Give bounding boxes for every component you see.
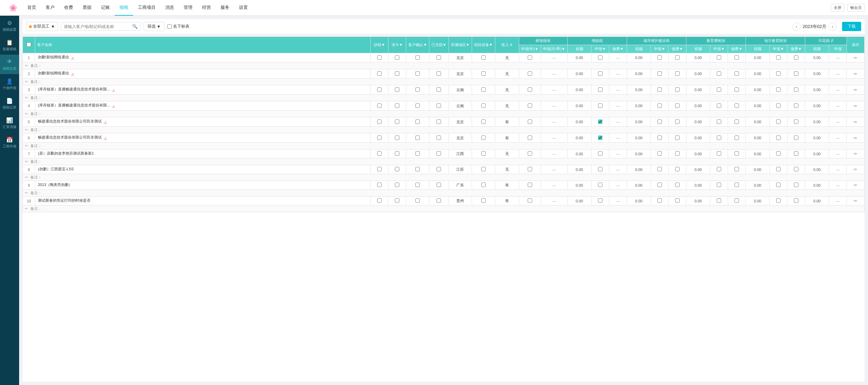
device-checkbox[interactable] bbox=[481, 198, 486, 203]
nav-item-settings[interactable]: 设置 bbox=[234, 0, 253, 16]
declared-checkbox[interactable] bbox=[437, 103, 441, 108]
device-checkbox[interactable] bbox=[481, 183, 486, 187]
sidebar-item-tax-records[interactable]: 📄 报税记录 bbox=[0, 94, 19, 113]
local-edu-declare-checkbox[interactable] bbox=[776, 151, 781, 156]
clear-card-checkbox[interactable] bbox=[395, 103, 399, 108]
edu-pay-checkbox[interactable] bbox=[735, 119, 739, 124]
edu-declare-checkbox[interactable] bbox=[717, 198, 721, 203]
edu-declare-checkbox[interactable] bbox=[717, 71, 721, 76]
clear-card-checkbox[interactable] bbox=[395, 119, 399, 124]
sidebar-item-annual-report[interactable]: 📅 工商年报 bbox=[0, 132, 19, 152]
fin-year-checkbox[interactable] bbox=[528, 151, 532, 156]
edu-declare-checkbox[interactable] bbox=[717, 183, 721, 187]
confirm-checkbox[interactable] bbox=[415, 198, 420, 203]
fin-year-checkbox[interactable] bbox=[528, 87, 532, 92]
clear-card-checkbox[interactable] bbox=[395, 55, 399, 60]
confirm-checkbox[interactable] bbox=[415, 183, 420, 187]
city-declare-checkbox[interactable] bbox=[657, 167, 662, 171]
city-declare-checkbox[interactable] bbox=[657, 151, 662, 156]
city-declare-checkbox[interactable] bbox=[657, 55, 662, 60]
city-pay-checkbox[interactable] bbox=[675, 55, 680, 60]
fin-year-checkbox[interactable] bbox=[528, 167, 532, 171]
edit-icon[interactable]: ✏ bbox=[854, 119, 857, 125]
select-all-checkbox[interactable] bbox=[27, 42, 31, 47]
edu-declare-checkbox[interactable] bbox=[717, 119, 721, 124]
tax-copy-checkbox[interactable] bbox=[377, 198, 382, 203]
city-pay-checkbox[interactable] bbox=[675, 151, 680, 156]
local-edu-pay-checkbox[interactable] bbox=[794, 103, 798, 108]
search-input[interactable] bbox=[61, 23, 129, 30]
confirm-checkbox[interactable] bbox=[415, 136, 420, 140]
device-checkbox[interactable] bbox=[481, 136, 486, 140]
nav-item-tax[interactable]: 报税 bbox=[115, 0, 133, 16]
local-edu-declare-checkbox[interactable] bbox=[776, 136, 781, 140]
confirm-checkbox[interactable] bbox=[415, 151, 420, 156]
edu-pay-checkbox[interactable] bbox=[735, 183, 739, 187]
confirm-checkbox[interactable] bbox=[415, 87, 420, 92]
declared-checkbox[interactable] bbox=[437, 55, 441, 60]
edit-icon[interactable]: ✏ bbox=[854, 183, 857, 188]
tax-copy-checkbox[interactable] bbox=[377, 119, 382, 124]
edit-icon[interactable]: ✏ bbox=[854, 136, 857, 141]
city-pay-checkbox[interactable] bbox=[675, 87, 680, 92]
nav-item-finance[interactable]: 经营 bbox=[197, 0, 216, 16]
sidebar-item-personal-tax[interactable]: 👤 个税申报 bbox=[0, 74, 19, 94]
local-edu-pay-checkbox[interactable] bbox=[794, 55, 798, 60]
prev-page-button[interactable]: ‹ bbox=[793, 23, 801, 31]
declared-checkbox[interactable] bbox=[437, 71, 441, 76]
sidebar-item-tax-view[interactable]: 👁 报税总览 bbox=[0, 55, 19, 74]
city-declare-checkbox[interactable] bbox=[657, 103, 662, 108]
city-declare-checkbox[interactable] bbox=[657, 198, 662, 203]
tax-copy-checkbox[interactable] bbox=[377, 183, 382, 187]
fin-year-checkbox[interactable] bbox=[528, 103, 532, 108]
edu-pay-checkbox[interactable] bbox=[735, 71, 739, 76]
device-checkbox[interactable] bbox=[481, 167, 486, 171]
city-declare-checkbox[interactable] bbox=[657, 136, 662, 140]
city-declare-checkbox[interactable] bbox=[657, 71, 662, 76]
local-edu-declare-checkbox[interactable] bbox=[776, 71, 781, 76]
local-edu-pay-checkbox[interactable] bbox=[794, 198, 798, 203]
edu-declare-checkbox[interactable] bbox=[717, 103, 721, 108]
local-edu-pay-checkbox[interactable] bbox=[794, 183, 798, 187]
clear-card-checkbox[interactable] bbox=[395, 136, 399, 140]
vat-declare-checkbox[interactable] bbox=[598, 151, 602, 156]
device-checkbox[interactable] bbox=[481, 55, 486, 60]
declared-checkbox[interactable] bbox=[437, 198, 441, 203]
fin-year-checkbox[interactable] bbox=[528, 71, 532, 76]
declared-checkbox[interactable] bbox=[437, 183, 441, 187]
next-page-button[interactable]: › bbox=[828, 23, 837, 31]
clear-card-checkbox[interactable] bbox=[395, 151, 399, 156]
declared-checkbox[interactable] bbox=[437, 87, 441, 92]
clear-card-checkbox[interactable] bbox=[395, 183, 399, 187]
filter-button[interactable]: 筛选 ▼ bbox=[144, 22, 165, 31]
edu-pay-checkbox[interactable] bbox=[735, 55, 739, 60]
local-edu-declare-checkbox[interactable] bbox=[776, 87, 781, 92]
vat-declare-checkbox[interactable] bbox=[598, 71, 602, 76]
edu-pay-checkbox[interactable] bbox=[735, 167, 739, 171]
vat-declare-checkbox[interactable] bbox=[598, 167, 602, 171]
vat-declare-checkbox[interactable] bbox=[598, 119, 602, 124]
city-declare-checkbox[interactable] bbox=[657, 87, 662, 92]
device-checkbox[interactable] bbox=[481, 119, 486, 124]
tax-copy-checkbox[interactable] bbox=[377, 136, 382, 140]
vat-declare-checkbox[interactable] bbox=[598, 183, 602, 187]
fin-year-checkbox[interactable] bbox=[528, 55, 532, 60]
local-edu-declare-checkbox[interactable] bbox=[776, 167, 781, 171]
download-button[interactable]: 下载 bbox=[842, 22, 861, 31]
nav-item-manage[interactable]: 管理 bbox=[179, 0, 197, 16]
fin-year-checkbox[interactable] bbox=[528, 198, 532, 203]
nav-item-invoice[interactable]: 票据 bbox=[78, 0, 96, 16]
declared-checkbox[interactable] bbox=[437, 136, 441, 140]
tax-copy-checkbox[interactable] bbox=[377, 167, 382, 171]
vat-declare-checkbox[interactable] bbox=[598, 136, 602, 140]
nav-item-message[interactable]: 消息 bbox=[160, 0, 179, 16]
vat-declare-checkbox[interactable] bbox=[598, 103, 602, 108]
city-pay-checkbox[interactable] bbox=[675, 136, 680, 140]
local-edu-declare-checkbox[interactable] bbox=[776, 103, 781, 108]
device-checkbox[interactable] bbox=[481, 151, 486, 156]
fullscreen-button[interactable]: 全屏 bbox=[831, 4, 844, 12]
clear-card-checkbox[interactable] bbox=[395, 87, 399, 92]
confirm-checkbox[interactable] bbox=[415, 119, 420, 124]
device-checkbox[interactable] bbox=[481, 103, 486, 108]
city-declare-checkbox[interactable] bbox=[657, 183, 662, 187]
